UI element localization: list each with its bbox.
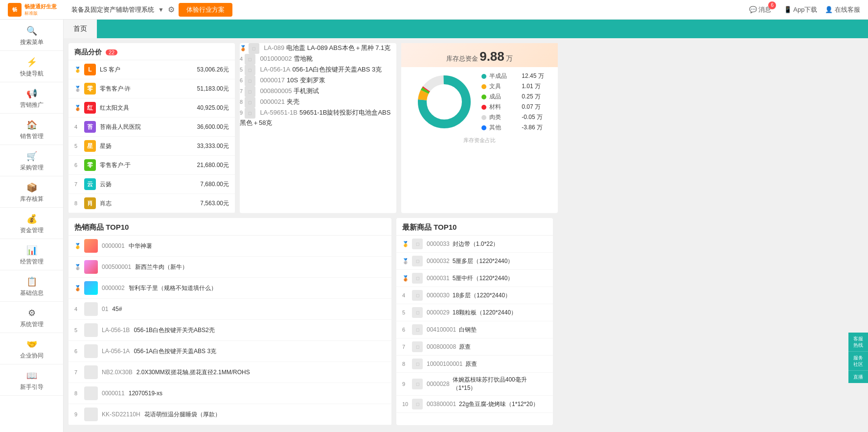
table-row: 🥇 L LS 客户 53,006.26元 <box>69 60 235 79</box>
new-prod-img: ◻ <box>412 324 423 335</box>
customer-amount: 53,006.26元 <box>197 66 229 74</box>
customer-amount: 36,600.00元 <box>197 123 229 131</box>
rank-icon: 红 <box>84 102 96 114</box>
customer-name: LS 客户 <box>100 66 197 74</box>
legend-dot-meat <box>481 115 486 120</box>
new-prod-img: ◻ <box>412 256 423 266</box>
list-item: 5 LA-056-1B 056-1B白色按键开关壳ABS2壳 <box>69 320 391 341</box>
table-row: 4 苔 苔南县人民医院 36,600.00元 <box>69 118 235 137</box>
legend-item-semifinished: 半成品 12.45 万 <box>481 72 544 80</box>
table-row: 9 ◻ LA-59651-1B59651-1B旋转投影灯电池盒ABS黑色＋58克 <box>240 108 396 127</box>
nav-home[interactable]: 首页 <box>64 20 97 38</box>
topbar-right: 💬 消息6 📱 App下载 👤 在线客服 <box>749 5 860 14</box>
prod-info: 000001710S 变刺罗浆 <box>260 76 325 84</box>
operations-icon: 📊 <box>26 245 37 256</box>
product-image-placeholder <box>84 302 98 316</box>
sidebar-item-guide[interactable]: 📖 新手引导 <box>0 364 63 396</box>
product-image-placeholder <box>84 408 98 421</box>
sidebar-item-search[interactable]: 🔍 搜索菜单 <box>0 20 63 51</box>
prod-img: ◻ <box>245 86 255 97</box>
new-products-header: 最新商品 TOP10 <box>396 218 553 236</box>
list-item: 9 ◻ 0000028 体婉荔枝味苏打饮品400毫升（1*15） <box>396 373 553 396</box>
prod-info: LA-089电池盖 LA-089 ABS本色＋黑种 7.1克 <box>264 44 390 51</box>
float-btn-service[interactable]: 客服热线 <box>848 333 868 352</box>
list-item: 🥇 0000001 中华神薯 <box>69 236 391 257</box>
prod-img: ◻ <box>245 108 255 119</box>
main-nav: 首页 <box>64 20 868 38</box>
list-item: 7 NB2.0X30B 2.0X30MM双搓花轴,搓花直径2.1MM/ROHS <box>69 362 391 383</box>
list-item: 🥈 ◻ 0000032 5厘多层（1220*2440） <box>396 253 553 270</box>
sales-icon: 🏠 <box>26 120 37 130</box>
prod-img: ◻ <box>245 54 255 65</box>
prod-info: LA-59651-1B59651-1B旋转投影灯电池盒ABS黑色＋58克 <box>240 109 390 126</box>
sidebar-item-enterprise[interactable]: 🤝 企业协同 <box>0 333 63 364</box>
new-prod-img: ◻ <box>412 307 423 318</box>
customer-amount: 33,333.00元 <box>197 142 229 150</box>
product-image <box>84 239 98 253</box>
sidebar-item-quicknav[interactable]: ⚡ 快捷导航 <box>0 51 63 82</box>
inventory-total: 库存总资金 9.88 万 <box>401 43 558 67</box>
table-row: 7 云 云扬 7,680.00元 <box>69 175 235 194</box>
prod-info: 000800005手机测试 <box>260 87 319 95</box>
sidebar-item-operations[interactable]: 📊 经营管理 <box>0 239 63 270</box>
list-item: 8 0000011 12070519-xs <box>69 383 391 404</box>
new-prod-img: ◻ <box>412 359 423 369</box>
inventory-legend: 半成品 12.45 万 文具 1.01 万 成品 0.25 万 <box>481 72 544 132</box>
customer-ranking-badge: 22 <box>106 49 117 55</box>
sidebar-item-sales[interactable]: 🏠 销售管理 <box>0 114 63 145</box>
online-service-btn[interactable]: 👤 在线客服 <box>825 5 860 14</box>
sidebar-item-system[interactable]: ⚙ 系统管理 <box>0 302 63 333</box>
trial-btn[interactable]: 体验行业方案 <box>179 3 232 17</box>
list-item: 8 ◻ 10000100001 原查 <box>396 356 553 373</box>
table-row: 7 ◻ 000800005手机测试 <box>240 86 396 97</box>
sidebar-item-basics[interactable]: 📋 基础信息 <box>0 270 63 302</box>
customer-name: 红太阳文具 <box>100 104 197 112</box>
inventory-panel: 库存总资金 9.88 万 <box>401 43 558 213</box>
prod-info: 0000021夹壳 <box>260 98 299 105</box>
sidebar-item-inventory[interactable]: 📦 库存核算 <box>0 176 63 208</box>
finance-icon: 💰 <box>26 214 37 224</box>
list-item: 5 ◻ 0000029 18颗粒板（1220*2440） <box>396 304 553 321</box>
sidebar-item-finance[interactable]: 💰 资金管理 <box>0 208 63 239</box>
list-item: 4 ◻ 0000030 18多层（1220*2440） <box>396 287 553 304</box>
table-row: 4 ◻ 001000002雪地靴 <box>240 54 396 65</box>
customer-ranking-table: 🥇 L LS 客户 53,006.26元 🥈 零 零售客户·许 51,183.0… <box>69 60 235 213</box>
legend-dot-semifinished <box>481 74 486 79</box>
prod-img: ◻ <box>245 97 255 108</box>
customer-ranking-header: 商品分价 22 <box>69 43 235 60</box>
legend-dot-materials <box>481 105 486 110</box>
legend-dot-other <box>481 125 486 130</box>
message-btn[interactable]: 💬 消息6 <box>749 5 777 14</box>
customer-name: 星扬 <box>100 142 197 150</box>
list-item: 🥈 000500001 新西兰牛肉（新牛） <box>69 257 391 278</box>
prod-img: ◻ <box>245 75 255 86</box>
customer-amount: 21,680.00元 <box>197 161 229 169</box>
customer-ranking-panel: 商品分价 22 🥇 L LS 客户 53,006.26元 🥈 零 零售客户·许 <box>69 43 235 213</box>
system-dropdown[interactable]: ▼ <box>158 6 164 13</box>
sidebar-item-marketing[interactable]: 📢 营销推广 <box>0 82 63 114</box>
inventory-value: 9.88 <box>480 49 504 64</box>
list-item: 6 LA-056-1A 056-1A白色按键开关盖ABS 3克 <box>69 341 391 362</box>
float-btn-live[interactable]: 直播 <box>848 371 868 383</box>
list-item: 9 KK-SD22110H 花语萌恒温分腿睡袋（厚款） <box>69 404 391 425</box>
app-download-btn[interactable]: 📱 App下载 <box>784 5 817 14</box>
table-row: 🥉 红 红太阳文具 40,925.00元 <box>69 98 235 118</box>
sidebar-item-purchase[interactable]: 🛒 采购管理 <box>0 145 63 176</box>
customer-name: 云扬 <box>100 180 200 189</box>
inventory-footnote: 库存资金占比 <box>401 137 558 148</box>
prod-img: ◻ <box>245 65 255 75</box>
list-item: 4 01 45# <box>69 299 391 320</box>
legend-item-materials: 材料 0.07 万 <box>481 103 544 111</box>
new-products-list: 🥇 ◻ 0000033 封边带（1.0*22） 🥈 ◻ 0000032 5厘多层… <box>396 236 553 413</box>
rank-icon: 星 <box>84 140 96 152</box>
customer-ranking-title: 商品分价 <box>74 48 102 57</box>
hot-products-list: 🥇 0000001 中华神薯 🥈 000500001 新西兰牛肉（新牛） 🥉 <box>69 236 391 425</box>
new-products-panel: 最新商品 TOP10 🥇 ◻ 0000033 封边带（1.0*22） 🥈 ◻ 0… <box>396 218 553 425</box>
product-image <box>84 281 98 295</box>
float-btn-community[interactable]: 服务社区 <box>848 352 868 371</box>
settings-icon[interactable]: ⚙ <box>168 5 175 14</box>
marketing-icon: 📢 <box>26 88 37 99</box>
customer-amount: 7,563.00元 <box>200 199 229 208</box>
main-content: 首页 商品分价 22 🥇 L LS 客户 53,006.26元 <box>64 20 868 432</box>
prod-info: 001000002雪地靴 <box>260 55 313 62</box>
